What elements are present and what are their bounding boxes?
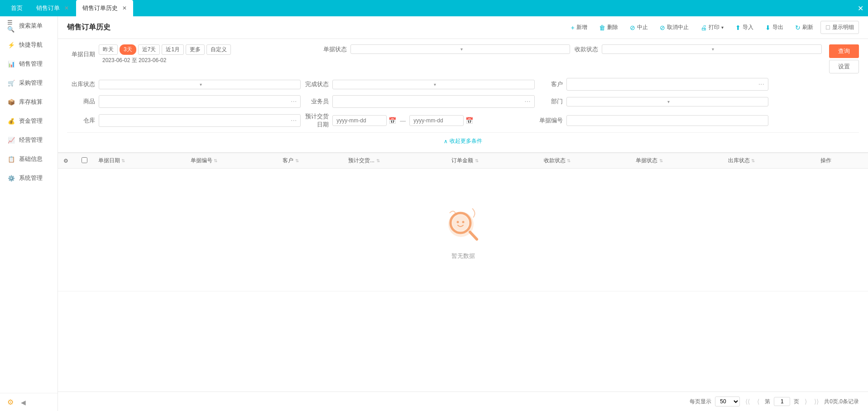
export-icon: ⬇ <box>765 24 771 31</box>
select-all-checkbox[interactable] <box>82 157 87 163</box>
sales-mgmt-icon: 📊 <box>7 60 15 68</box>
sidebar-collapse-icon[interactable]: ◀ <box>21 399 26 406</box>
th-order-status[interactable]: 单据状态 ⇅ <box>630 153 723 169</box>
tab-sales-order-history[interactable]: 销售订单历史 ✕ <box>76 0 133 16</box>
customer-label: 客户 <box>535 80 566 88</box>
order-status-arrow-icon: ▾ <box>460 47 566 52</box>
collapse-up-icon: ∧ <box>444 138 448 145</box>
date-buttons: 昨天 3天 近7天 近1月 更多 自定义 <box>99 44 231 55</box>
department-select[interactable]: ▾ <box>566 97 768 106</box>
page-number-input[interactable] <box>774 397 790 406</box>
sidebar-settings-icon[interactable]: ⚙ <box>7 398 14 406</box>
date-btn-more[interactable]: 更多 <box>186 44 205 55</box>
stop-button[interactable]: ⊘ 中止 <box>625 21 652 34</box>
product-input[interactable]: ··· <box>99 95 301 108</box>
order-number-input[interactable] <box>566 115 768 126</box>
content-area: 销售订单历史 + 新增 🗑 删除 ⊘ 中止 ⊘ 取消中止 <box>58 16 868 411</box>
date-btn-1month[interactable]: 近1月 <box>162 44 184 55</box>
th-amount[interactable]: 订单金额 ⇅ <box>446 153 538 169</box>
sidebar-item-purchase-mgmt[interactable]: 🛒 采购管理 <box>0 73 58 92</box>
table-settings-icon[interactable]: ⚙ <box>63 158 68 164</box>
th-number[interactable]: 单据编号 ⇅ <box>185 153 278 169</box>
outbound-status-select[interactable]: ▾ <box>99 80 301 89</box>
first-page-button[interactable]: ⟨⟨ <box>743 397 752 406</box>
warehouse-input[interactable]: ··· <box>99 114 301 127</box>
date-btn-3days[interactable]: 3天 <box>120 44 136 55</box>
sidebar-item-finance[interactable]: 💰 资金管理 <box>0 111 58 131</box>
salesperson-input[interactable]: ··· <box>332 95 534 108</box>
date-btn-yesterday[interactable]: 昨天 <box>99 44 118 55</box>
th-date[interactable]: 单据日期 ⇅ <box>93 153 185 169</box>
query-button[interactable]: 查询 <box>829 44 859 58</box>
page-size-select[interactable]: 10 20 50 100 <box>715 396 740 406</box>
product-dots-icon[interactable]: ··· <box>291 97 297 106</box>
collapse-button[interactable]: ∧ 收起更多条件 <box>444 135 482 147</box>
refresh-button[interactable]: ↻ 刷新 <box>791 21 818 34</box>
cancel-stop-button[interactable]: ⊘ 取消中止 <box>655 21 693 34</box>
sidebar-item-sales-mgmt[interactable]: 📊 销售管理 <box>0 54 58 73</box>
order-status-select[interactable]: ▾ <box>350 44 571 54</box>
filter-order-status-group: 单据状态 ▾ <box>319 44 571 54</box>
customer-input[interactable]: ··· <box>566 78 768 91</box>
sidebar-item-search-menu[interactable]: ☰🔍 搜索菜单 <box>0 16 58 35</box>
window-close-button[interactable]: ✕ <box>858 4 863 13</box>
print-icon: 🖨 <box>700 24 707 31</box>
filter-outbound-group: 出库状态 ▾ <box>67 80 301 89</box>
empty-state: 暂无数据 <box>63 172 863 287</box>
delivery-date-calendar-to-icon[interactable]: 📅 <box>465 117 473 124</box>
filter-collapse-row: ∧ 收起更多条件 <box>67 132 859 147</box>
prev-page-button[interactable]: ⟨ <box>755 397 761 406</box>
receipt-status-label: 收款状态 <box>570 45 602 53</box>
th-customer[interactable]: 客户 ⇅ <box>277 153 343 169</box>
salesperson-label: 业务员 <box>301 97 332 106</box>
export-button[interactable]: ⬇ 导出 <box>761 21 788 34</box>
delivery-date-to[interactable] <box>409 115 464 126</box>
warehouse-label: 仓库 <box>67 116 99 125</box>
pagination: 每页显示 10 20 50 100 ⟨⟨ ⟨ 第 页 ⟩ ⟩⟩ 共0页,0条记录 <box>58 392 868 411</box>
purchase-mgmt-icon: 🛒 <box>7 79 15 87</box>
th-check[interactable] <box>76 153 93 169</box>
filter-row-1: 单据日期 昨天 3天 近7天 近1月 更多 自定义 2023-06-02 至 2… <box>67 44 859 73</box>
department-label: 部门 <box>535 97 566 106</box>
completion-status-select[interactable]: ▾ <box>332 80 534 89</box>
filter-row-3: 商品 ··· 业务员 ··· 部门 <box>67 95 859 108</box>
customer-dots-icon[interactable]: ··· <box>758 80 764 88</box>
sidebar-item-inventory[interactable]: 📦 库存核算 <box>0 92 58 111</box>
th-receipt-status[interactable]: 收款状态 ⇅ <box>538 153 631 169</box>
import-button[interactable]: ⬆ 导入 <box>731 21 758 34</box>
add-button[interactable]: + 新增 <box>566 21 592 34</box>
tab-sales-order[interactable]: 销售订单 ✕ <box>30 0 75 16</box>
sort-order-status-icon: ⇅ <box>659 158 663 163</box>
date-btn-custom[interactable]: 自定义 <box>206 44 231 55</box>
delete-button[interactable]: 🗑 删除 <box>595 21 623 34</box>
salesperson-dots-icon[interactable]: ··· <box>524 97 530 106</box>
warehouse-dots-icon[interactable]: ··· <box>291 116 297 125</box>
print-button[interactable]: 🖨 打印 ▾ <box>696 21 728 34</box>
sidebar-item-base-info[interactable]: 📋 基础信息 <box>0 150 58 169</box>
th-delivery[interactable]: 预计交货... ⇅ <box>343 153 446 169</box>
checkbox-icon: ☐ <box>825 24 830 31</box>
next-page-button[interactable]: ⟩ <box>803 397 809 406</box>
tab-home[interactable]: 首页 <box>5 0 29 16</box>
import-icon: ⬆ <box>735 24 741 31</box>
receipt-status-select[interactable]: ▾ <box>602 44 822 54</box>
display-columns-button[interactable]: ☐ 显示明细 <box>820 21 859 34</box>
tab-sales-order-close[interactable]: ✕ <box>64 5 69 11</box>
date-btn-7days[interactable]: 近7天 <box>138 44 160 55</box>
toolbar: + 新增 🗑 删除 ⊘ 中止 ⊘ 取消中止 🖨 打印 <box>566 21 859 34</box>
filter-row-4: 仓库 ··· 预计交货日期 📅 — 📅 <box>67 112 859 129</box>
delivery-date-from[interactable] <box>332 115 387 126</box>
total-info: 共0页,0条记录 <box>824 398 859 406</box>
tab-sales-order-history-close[interactable]: ✕ <box>122 5 127 11</box>
cancel-stop-icon: ⊘ <box>660 24 665 31</box>
sidebar-item-operations[interactable]: 📈 经营管理 <box>0 131 58 150</box>
page-title: 销售订单历史 <box>67 23 110 32</box>
th-outbound-status[interactable]: 出库状态 ⇅ <box>723 153 815 169</box>
th-settings[interactable]: ⚙ <box>58 153 76 169</box>
delivery-date-calendar-from-icon[interactable]: 📅 <box>388 117 396 124</box>
sidebar-item-quick-nav[interactable]: ⚡ 快捷导航 <box>0 35 58 54</box>
sidebar-item-sys-mgmt[interactable]: ⚙️ 系统管理 <box>0 169 58 188</box>
filter-customer-group: 客户 ··· <box>535 78 768 91</box>
last-page-button[interactable]: ⟩⟩ <box>812 397 820 406</box>
filter-settings-button[interactable]: 设置 <box>829 60 859 73</box>
